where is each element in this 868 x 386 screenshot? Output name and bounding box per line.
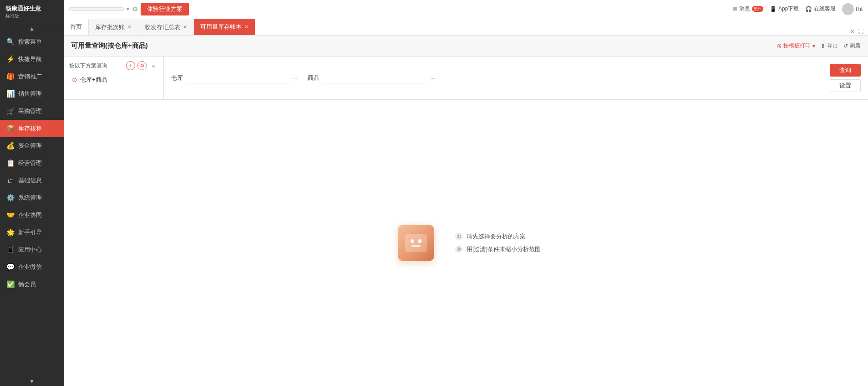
print-dropdown-icon[interactable]: ▾ [812,43,815,49]
empty-content: ① 请先选择要分析的方案 ② 用[过滤]条件来缩小分析范围 [391,218,541,268]
print-template-label: 按模板打印 [783,42,811,50]
sidebar-item-label: 畅会员 [18,280,36,288]
query-area: 按以下方案查询 + ⚙ « ⊙ 仓库+商品 仓库 ··· 商品 · [64,57,868,100]
collapse-scheme-button[interactable]: « [149,61,158,70]
user-menu[interactable]: Rit [842,3,863,15]
settings-button[interactable]: 设置 [830,79,861,92]
phone-icon: 📱 [6,246,15,254]
tab-available-stock-close[interactable]: ✕ [244,24,249,30]
robot-illustration [398,225,434,261]
sidebar-item-label: 基础信息 [18,176,42,185]
warehouse-field: 仓库 ··· [171,72,299,83]
app-download-button[interactable]: 📱 App下载 [770,5,799,13]
star-icon: 🌟 [6,228,15,237]
sidebar-item-membership[interactable]: ✅ 畅会员 [0,276,64,293]
sidebar-item-basic-info[interactable]: 🗂 基础信息 [0,172,64,189]
scheme-icon: ⊙ [72,76,77,83]
sidebar-item-purchase[interactable]: 🛒 采购管理 [0,103,64,120]
tab-receipts-summary[interactable]: 收发存汇总表 ✕ [138,19,194,35]
tip-num-2: ② [455,245,463,253]
warehouse-label: 仓库 [171,74,183,82]
query-button[interactable]: 查询 [830,64,861,77]
wechat-icon: 💬 [6,263,15,271]
sidebar-item-finance[interactable]: 💰 资金管理 [0,137,64,154]
empty-icon-box [391,218,441,268]
sidebar-item-sales[interactable]: 📊 销售管理 [0,85,64,103]
refresh-icon: ↺ [843,43,848,49]
warehouse-input[interactable] [186,72,291,83]
query-left-header: 按以下方案查询 + ⚙ « [69,61,158,70]
tab-batch-ledger-label: 库存批次账 [95,23,125,31]
export-button[interactable]: ⬆ 导出 [821,42,838,50]
product-label: 商品 [308,74,320,82]
sidebar-item-label: 经营管理 [18,159,42,167]
tab-batch-ledger-close[interactable]: ✕ [127,24,132,30]
gear-icon: ⚙️ [6,194,15,202]
sidebar-item-system[interactable]: ⚙️ 系统管理 [0,189,64,206]
product-field: 商品 ··· [308,72,435,83]
sidebar-item-inventory[interactable]: 📦 库存核算 [0,120,64,137]
refresh-label: 刷新 [850,42,861,50]
tab-batch-ledger[interactable]: 库存批次账 ✕ [89,19,138,35]
query-buttons: 查询 设置 [830,61,861,95]
add-scheme-button[interactable]: + [126,61,135,70]
printer-icon: 🖨 [776,43,782,49]
sidebar-item-search[interactable]: 🔍 搜索菜单 [0,33,64,51]
sidebar-item-marketing[interactable]: 🎁 营销推广 [0,68,64,85]
check-icon: ✅ [6,280,15,288]
empty-state: ① 请先选择要分析的方案 ② 用[过滤]条件来缩小分析范围 [64,100,868,386]
sidebar-item-label: 企业微信 [18,263,42,271]
scheme-settings-button[interactable]: ⚙ [137,61,147,70]
topbar-left: ▾ ⚙ 体验行业方案 [69,3,729,15]
sidebar-item-label: 应用中心 [18,246,42,254]
export-icon: ⬆ [821,43,825,49]
query-left-icons: + ⚙ « [126,61,158,70]
chart-icon: 📊 [6,90,15,98]
tip-num-1: ① [455,232,463,241]
tabs-expand-icon[interactable]: ⛶ [858,28,863,35]
box-icon: 📦 [6,124,15,133]
export-label: 导出 [827,42,838,50]
sidebar-item-app-center[interactable]: 📱 应用中心 [0,241,64,258]
sidebar-item-label: 采购管理 [18,107,42,115]
sidebar-item-label: 库存核算 [18,124,42,133]
robot-eye-left [411,239,414,243]
sidebar-item-label: 新手引导 [18,228,42,237]
handshake-icon: 🤝 [6,211,15,219]
robot-eye-right [418,239,421,243]
avatar [842,3,854,15]
topbar-gear-icon[interactable]: ⚙ [132,5,138,13]
trial-button[interactable]: 体验行业方案 [141,3,189,15]
message-button[interactable]: ✉ 消息 99+ [733,5,763,13]
sidebar-item-operation[interactable]: 📋 经营管理 [0,154,64,172]
sidebar-item-enterprise[interactable]: 🤝 企业协同 [0,206,64,224]
message-icon: ✉ [733,6,737,12]
sidebar-item-newbie[interactable]: 🌟 新手引导 [0,224,64,241]
tab-receipts-summary-close[interactable]: ✕ [183,24,187,30]
dropdown-icon[interactable]: ▾ [127,6,129,12]
scheme-warehouse-product[interactable]: ⊙ 仓库+商品 [69,74,158,86]
online-service-button[interactable]: 🎧 在线客服 [805,5,836,13]
scroll-up-button[interactable]: ▲ [0,24,64,33]
page-header: 可用量查询(按仓库+商品) 🖨 按模板打印 ▾ ⬆ 导出 ↺ 刷新 [64,36,868,57]
tab-home[interactable]: 首页 [64,19,89,35]
product-input[interactable] [322,72,427,83]
topbar-search-box [69,7,124,11]
lightning-icon: ⚡ [6,55,15,63]
tab-available-stock[interactable]: 可用量库存账本 ✕ [194,19,255,35]
product-more-button[interactable]: ··· [430,75,435,82]
refresh-button[interactable]: ↺ 刷新 [843,42,861,50]
app-download-label: App下载 [778,5,799,13]
empty-tip-2: ② 用[过滤]条件来缩小分析范围 [455,245,541,253]
tabs-close-all-icon[interactable]: ✕ [850,28,855,35]
scheme-label: 仓库+商品 [80,76,107,84]
scroll-down-button[interactable]: ▼ [0,377,64,386]
tab-home-label: 首页 [70,23,82,31]
tabs-bar: 首页 库存批次账 ✕ 收发存汇总表 ✕ 可用量库存账本 ✕ ✕ ⛶ [64,18,868,36]
print-template-button[interactable]: 🖨 按模板打印 ▾ [776,42,815,50]
sidebar-item-shortcut[interactable]: ⚡ 快捷导航 [0,51,64,68]
sidebar-item-enterprise-wechat[interactable]: 💬 企业微信 [0,258,64,276]
warehouse-more-button[interactable]: ··· [294,75,299,82]
topbar-right: ✉ 消息 99+ 📱 App下载 🎧 在线客服 Rit [733,3,863,15]
sidebar-item-label: 企业协同 [18,211,42,219]
